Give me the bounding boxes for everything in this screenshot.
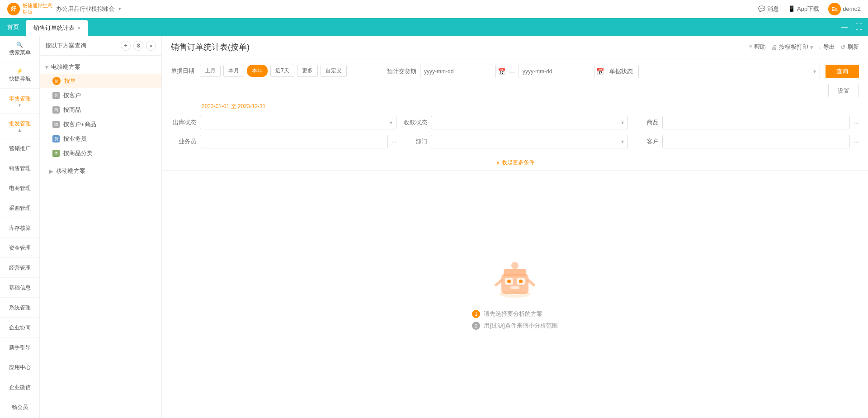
svg-line-10 xyxy=(528,280,534,285)
tab-active[interactable]: 销售订单统计表 × xyxy=(26,20,88,36)
wholesale-arrow: ▲ xyxy=(4,128,36,133)
sidebar-item-wechat[interactable]: 企业微信 xyxy=(0,377,39,397)
sidebar-item-marketing[interactable]: 营销推广 xyxy=(0,138,39,158)
tree-item-by-doc[interactable]: 按 按单 xyxy=(40,74,161,88)
tree-item-by-category[interactable]: 类 按商品分类 xyxy=(40,146,161,161)
stock-status-field: 出库状态 ▾ xyxy=(171,116,396,129)
date-btn-last-month[interactable]: 上月 xyxy=(200,65,221,77)
page-actions: ? 帮助 🖨 按模板打印 ▾ ↓ 导出 ↺ 刷新 xyxy=(749,43,859,51)
payment-status-select[interactable]: ▾ xyxy=(431,116,627,129)
nav-icon: ⚡ xyxy=(16,68,23,74)
department-field: 部门 ▾ xyxy=(402,135,627,148)
sidebar-item-operations[interactable]: 经营管理 xyxy=(0,258,39,278)
department-select[interactable]: ▾ xyxy=(431,135,627,148)
goods-more-btn[interactable]: ··· xyxy=(854,119,859,126)
collapse-bar[interactable]: ∧ 收起更多条件 xyxy=(162,155,868,171)
print-icon: 🖨 xyxy=(771,44,777,51)
date-btn-7days[interactable]: 近7天 xyxy=(270,65,294,77)
tree-item-by-goods[interactable]: 商 按商品 xyxy=(40,103,161,117)
salesperson-more-btn[interactable]: ··· xyxy=(392,138,397,145)
app-download-btn[interactable]: 📱 App下载 xyxy=(788,5,819,13)
by-category-label: 按商品分类 xyxy=(63,149,93,157)
sidebar-item-retail[interactable]: 零售管理 ▾ xyxy=(0,89,39,114)
goods-input[interactable] xyxy=(662,116,850,129)
print-btn[interactable]: 🖨 按模板打印 ▾ xyxy=(771,43,813,51)
collapse-label: 收起更多条件 xyxy=(502,159,534,166)
user-area[interactable]: Ea demo2 xyxy=(828,3,861,15)
by-salesperson-label: 按业务员 xyxy=(63,135,87,143)
date-label: 单据日期 xyxy=(171,67,196,75)
date-btn-this-month[interactable]: 本月 xyxy=(223,65,244,77)
logo-text: 畅捷通好生意 标版 xyxy=(23,3,52,14)
tab-minimize-btn[interactable]: — xyxy=(839,22,850,33)
tab-home[interactable]: 首页 xyxy=(0,18,26,36)
calendar-start-icon[interactable]: 📅 xyxy=(498,68,505,75)
stock-status-select[interactable]: ▾ xyxy=(200,116,396,129)
doc-status-arrow: ▾ xyxy=(813,68,816,75)
customer-input[interactable] xyxy=(662,135,850,148)
tab-bar-actions: — ⛶ xyxy=(839,22,868,33)
help-btn[interactable]: ? 帮助 xyxy=(749,43,765,51)
doc-status-select[interactable]: ▾ xyxy=(638,65,820,78)
department-label: 部门 xyxy=(402,138,427,146)
tree-group-desktop-header[interactable]: ▾ 电脑端方案 xyxy=(40,60,161,74)
export-btn[interactable]: ↓ 导出 xyxy=(819,43,835,51)
sidebar-item-appcenter[interactable]: 应用中心 xyxy=(0,357,39,377)
refresh-btn[interactable]: ↺ 刷新 xyxy=(840,43,859,51)
sidebar-item-system[interactable]: 系统管理 xyxy=(0,298,39,318)
sidebar-item-wholesale[interactable]: 批发管理 ▲ xyxy=(0,114,39,138)
customer-more-btn[interactable]: ··· xyxy=(854,138,859,145)
salesperson-label: 业务员 xyxy=(171,138,196,146)
mobile-expand-icon: ▶ xyxy=(49,168,53,175)
by-salesperson-icon: 员 xyxy=(52,135,60,142)
sidebar-item-purchase[interactable]: 采购管理 xyxy=(0,198,39,218)
query-btn[interactable]: 查询 xyxy=(826,65,859,78)
empty-steps: 1 请先选择要分析的方案 2 用[过滤]条件来缩小分析范围 xyxy=(472,310,557,333)
export-icon: ↓ xyxy=(819,44,822,51)
app-dropdown-arrow[interactable]: ▾ xyxy=(118,6,121,12)
payment-status-label: 收款状态 xyxy=(402,119,427,127)
sidebar-search[interactable]: 🔍 搜索菜单 xyxy=(0,36,39,62)
expected-date-end[interactable] xyxy=(519,65,594,78)
doc-status-label: 单据状态 xyxy=(609,67,635,76)
date-range-display: 2023-01-01 至 2023-12-31 xyxy=(202,103,265,110)
expected-date-start[interactable] xyxy=(420,65,496,78)
tab-maximize-btn[interactable]: ⛶ xyxy=(854,22,864,33)
app-title: 办公用品行业模拟账套 xyxy=(56,5,115,13)
tree-group-mobile-header[interactable]: ▶ 移动端方案 xyxy=(40,164,161,178)
sidebar-item-newuser[interactable]: 新手引导 xyxy=(0,337,39,357)
by-cust-goods-icon: 组 xyxy=(52,121,60,128)
tree-item-by-cust-goods[interactable]: 组 按客户+商品 xyxy=(40,117,161,132)
svg-point-4 xyxy=(507,280,511,283)
by-customer-label: 按客户 xyxy=(63,91,81,100)
add-scheme-btn[interactable]: + xyxy=(121,41,131,51)
setting-btn[interactable]: 设置 xyxy=(828,84,859,97)
calendar-end-icon[interactable]: 📅 xyxy=(596,68,604,75)
sidebar-item-ecommerce[interactable]: 电商管理 xyxy=(0,178,39,198)
sidebar-item-finance[interactable]: 资金管理 xyxy=(0,238,39,258)
message-btn[interactable]: 💬 消息 xyxy=(758,5,779,13)
sidebar-item-sales[interactable]: 销售管理 xyxy=(0,158,39,178)
sidebar-item-basic[interactable]: 基础信息 xyxy=(0,278,39,298)
svg-line-9 xyxy=(496,280,501,285)
date-btn-more[interactable]: 更多 xyxy=(297,65,318,77)
settings-scheme-btn[interactable]: ⚙ xyxy=(133,41,143,51)
sidebar-quick-nav[interactable]: ⚡ 快捷导航 xyxy=(0,62,39,89)
sidebar-item-inventory[interactable]: 库存核算 xyxy=(0,218,39,238)
date-picker-group: 上月 本月 本年 近7天 更多 自定义 xyxy=(200,65,347,77)
sidebar-item-enterprise[interactable]: 企业协同 xyxy=(0,318,39,337)
by-category-icon: 类 xyxy=(52,150,60,157)
date-btn-custom[interactable]: 自定义 xyxy=(321,65,347,77)
tab-close-btn[interactable]: × xyxy=(77,25,80,31)
avatar: Ea xyxy=(828,3,841,15)
date-btn-this-year[interactable]: 本年 xyxy=(247,65,268,77)
payment-status-field: 收款状态 ▾ xyxy=(402,116,627,129)
sidebar-item-member[interactable]: 畅会员 xyxy=(0,397,39,417)
help-icon: ? xyxy=(749,44,752,51)
salesperson-input[interactable] xyxy=(200,135,388,148)
collapse-panel-btn[interactable]: « xyxy=(146,41,156,51)
retail-arrow: ▾ xyxy=(4,103,36,108)
tree-item-by-salesperson[interactable]: 员 按业务员 xyxy=(40,132,161,146)
search-icon: 🔍 xyxy=(16,42,23,48)
tree-item-by-customer[interactable]: 客 按客户 xyxy=(40,88,161,103)
